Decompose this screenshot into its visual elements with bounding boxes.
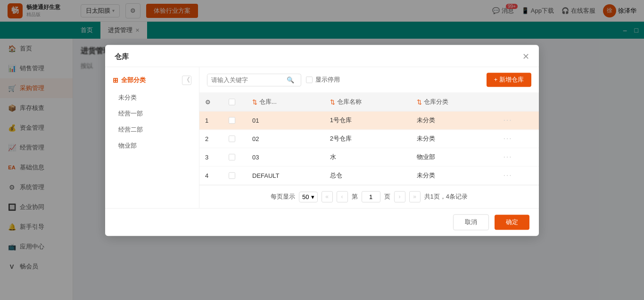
th-name-sort: ⇅ 仓库名称 <box>330 98 405 106</box>
search-input-wrap: 🔍 <box>207 74 301 86</box>
search-icon[interactable]: 🔍 <box>283 74 298 86</box>
td-code: 02 <box>247 130 324 148</box>
page-next-icon: › <box>399 193 401 200</box>
per-page-label: 每页显示 <box>271 192 295 201</box>
table-row[interactable]: 3 03 水 物业部 ··· <box>199 148 539 167</box>
cancel-button[interactable]: 取消 <box>453 214 489 230</box>
per-page-select[interactable]: 50 ▾ <box>299 192 317 202</box>
td-code: 03 <box>247 148 324 167</box>
grid-icon: ⊞ <box>113 76 118 84</box>
sort-icon-2: ⇅ <box>330 99 335 106</box>
warehouse-search-input[interactable] <box>207 74 283 86</box>
page-prev-icon: ‹ <box>341 193 343 200</box>
warehouse-tbody: 1 01 1号仓库 未分类 ··· 2 02 2号仓库 未分类 ··· 3 03… <box>199 111 539 185</box>
page-prev-btn[interactable]: ‹ <box>337 191 348 202</box>
td-name: 2号仓库 <box>324 130 411 148</box>
modal-title: 仓库 <box>115 52 129 61</box>
modal-close-icon[interactable]: ✕ <box>522 51 529 62</box>
add-warehouse-button[interactable]: + 新增仓库 <box>487 73 531 87</box>
page-first-icon: « <box>325 193 329 200</box>
page-suffix: 页 <box>384 192 390 201</box>
td-category: 未分类 <box>411 111 498 130</box>
td-name: 水 <box>324 148 411 167</box>
th-name: ⇅ 仓库名称 <box>324 93 411 111</box>
sort-icon: ⇅ <box>252 99 257 106</box>
td-checkbox[interactable] <box>223 148 247 167</box>
th-actions <box>497 93 539 111</box>
row-checkbox[interactable] <box>229 117 235 124</box>
warehouse-modal: 仓库 ✕ ⊞ 全部分类 《 未分类 经营一部 经营二部 <box>105 45 539 236</box>
modal-body: ⊞ 全部分类 《 未分类 经营一部 经营二部 物业部 <box>105 67 539 208</box>
warehouse-table: ⚙ ⇅ 仓库... <box>199 93 539 185</box>
table-header-row: ⚙ ⇅ 仓库... <box>199 93 539 111</box>
td-num: 4 <box>199 167 223 185</box>
th-checkbox[interactable] <box>223 93 247 111</box>
select-all-checkbox[interactable] <box>229 99 235 105</box>
more-actions-icon[interactable]: ··· <box>503 116 512 124</box>
modal-pagination: 每页显示 50 ▾ « ‹ 第 页 › » <box>199 185 539 208</box>
td-more[interactable]: ··· <box>497 148 539 167</box>
th-code-sort: ⇅ 仓库... <box>252 98 319 106</box>
table-row[interactable]: 1 01 1号仓库 未分类 ··· <box>199 111 539 130</box>
td-num: 1 <box>199 111 223 130</box>
td-checkbox[interactable] <box>223 167 247 185</box>
td-num: 2 <box>199 130 223 148</box>
page-last-btn[interactable]: » <box>409 191 421 202</box>
chevron-left-icon: 《 <box>183 76 190 84</box>
td-more[interactable]: ··· <box>497 111 539 130</box>
th-category: ⇅ 仓库分类 <box>411 93 498 111</box>
td-checkbox[interactable] <box>223 111 247 130</box>
cat-unclassified-label: 未分类 <box>118 94 137 101</box>
td-category: 物业部 <box>411 148 498 167</box>
row-checkbox[interactable] <box>229 172 235 179</box>
td-checkbox[interactable] <box>223 130 247 148</box>
cat-item-ops1[interactable]: 经营一部 <box>105 106 199 122</box>
row-checkbox[interactable] <box>229 135 235 142</box>
th-category-label: 仓库分类 <box>424 98 448 106</box>
page-first-btn[interactable]: « <box>322 191 333 202</box>
per-page-value: 50 <box>302 193 309 200</box>
td-category: 未分类 <box>411 130 498 148</box>
show-disabled-toggle[interactable]: 显示停用 <box>306 75 340 84</box>
settings-icon: ⚙ <box>205 99 211 106</box>
td-code: DEFAULT <box>247 167 324 185</box>
per-page-arrow-icon: ▾ <box>311 193 314 200</box>
td-more[interactable]: ··· <box>497 130 539 148</box>
more-actions-icon[interactable]: ··· <box>503 134 512 142</box>
cat-item-unclassified[interactable]: 未分类 <box>105 90 199 106</box>
page-last-icon: » <box>413 193 416 200</box>
th-code: ⇅ 仓库... <box>247 93 324 111</box>
more-actions-icon[interactable]: ··· <box>503 171 512 179</box>
total-info: 共1页，4条记录 <box>424 192 468 201</box>
row-checkbox[interactable] <box>229 154 235 160</box>
cat-ops2-label: 经营二部 <box>118 126 143 133</box>
modal-header: 仓库 ✕ <box>105 45 539 67</box>
table-row[interactable]: 2 02 2号仓库 未分类 ··· <box>199 130 539 148</box>
th-code-label: 仓库... <box>259 98 277 106</box>
modal-search-bar: 🔍 显示停用 + 新增仓库 <box>199 67 539 93</box>
table-row[interactable]: 4 DEFAULT 总仓 未分类 ··· <box>199 167 539 185</box>
td-more[interactable]: ··· <box>497 167 539 185</box>
warehouse-table-wrap: ⚙ ⇅ 仓库... <box>199 93 539 185</box>
show-disabled-label: 显示停用 <box>315 75 340 84</box>
cat-item-property[interactable]: 物业部 <box>105 138 199 154</box>
category-tree: ⊞ 全部分类 《 未分类 经营一部 经营二部 物业部 <box>105 67 199 208</box>
show-disabled-checkbox[interactable] <box>306 76 313 83</box>
cat-property-label: 物业部 <box>118 142 137 149</box>
page-number-input[interactable] <box>362 191 380 202</box>
modal-footer: 取消 确定 <box>105 208 539 236</box>
modal-right-panel: 🔍 显示停用 + 新增仓库 ⚙ <box>199 67 539 208</box>
th-name-label: 仓库名称 <box>337 98 362 106</box>
th-settings: ⚙ <box>199 93 223 111</box>
cat-all-item[interactable]: ⊞ 全部分类 <box>113 76 146 84</box>
cat-collapse-button[interactable]: 《 <box>182 75 191 85</box>
sort-icon-3: ⇅ <box>417 99 422 106</box>
confirm-button[interactable]: 确定 <box>495 215 529 230</box>
cat-tree-header: ⊞ 全部分类 《 <box>105 73 199 90</box>
page-next-btn[interactable]: › <box>394 191 405 202</box>
td-num: 3 <box>199 148 223 167</box>
more-actions-icon[interactable]: ··· <box>503 153 512 161</box>
page-label-text: 第 <box>352 192 358 201</box>
cat-all-label: 全部分类 <box>121 76 146 84</box>
cat-item-ops2[interactable]: 经营二部 <box>105 122 199 138</box>
